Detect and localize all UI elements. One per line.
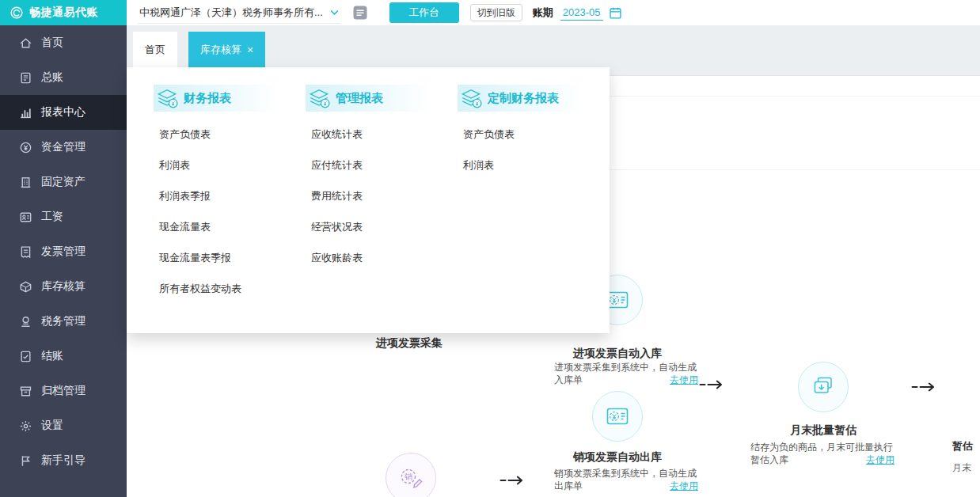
sidebar-item-label: 新手引导 [41, 453, 85, 468]
sales-edit-icon: 销 [397, 465, 424, 491]
menu-section-title: 定制财务报表 [488, 91, 559, 106]
menu-column: 财务报表资产负债表利润表利润表季报现金流量表现金流量表季报所有者权益变动表 [154, 85, 287, 333]
workflow-step-clipped: 暂估 月末 [952, 439, 973, 475]
use-link[interactable]: 去使用 [670, 480, 698, 492]
company-selector[interactable]: 中税网通广泽（天津）税务师事务所有... [138, 2, 340, 24]
tab-label: 首页 [145, 43, 165, 57]
menu-section-header: 定制财务报表 [458, 85, 591, 112]
ledger-icon [19, 71, 32, 85]
guide-icon [19, 454, 32, 468]
sidebar-item-payroll[interactable]: 工资 [0, 199, 127, 234]
menu-section-header: 管理报表 [306, 85, 439, 112]
report-icon [19, 106, 32, 120]
period-label: 账期 [533, 6, 553, 20]
menu-column: 定制财务报表资产负债表利润表 [458, 85, 591, 333]
calendar-icon[interactable] [609, 6, 622, 20]
workflow-step-title: 销项发票自动出库 [530, 450, 705, 465]
sidebar-item-label: 设置 [41, 419, 63, 433]
sidebar-item-label: 发票管理 [41, 245, 85, 259]
workflow-step-title: 进项发票采集 [336, 336, 482, 351]
menu-item[interactable]: 利润表季报 [154, 180, 287, 211]
svg-text:销: 销 [404, 472, 412, 481]
archive-icon [19, 385, 32, 398]
settings-icon [19, 419, 32, 433]
menu-item[interactable]: 现金流量表季报 [154, 242, 287, 273]
menu-item[interactable]: 应付统计表 [306, 150, 439, 180]
app-root: { "accent": "#1ec0d5", "brand": { "logo_… [0, 0, 980, 497]
menu-item[interactable]: 经营状况表 [306, 211, 439, 242]
company-name: 中税网通广泽（天津）税务师事务所有... [139, 6, 323, 20]
sidebar-item-label: 归档管理 [41, 384, 85, 398]
tab-inventory[interactable]: 库存核算× [188, 32, 265, 67]
menu-section-title: 管理报表 [336, 91, 383, 106]
menu-item[interactable]: 利润表 [458, 150, 591, 180]
workflow-step-desc: 销项发票采集到系统中，自动生成出库单去使用 [554, 467, 700, 492]
report-stack-icon [460, 87, 482, 109]
workflow-step-desc: 结存为负的商品，月末可批量执行暂估入库去使用 [750, 441, 896, 466]
sidebar-item-label: 资金管理 [41, 140, 85, 154]
tab-bar: 首页库存核算× [127, 25, 980, 67]
batch-circle [798, 362, 849, 412]
report-stack-icon [156, 87, 178, 109]
workflow-step-title: 月末批量暂估 [736, 423, 910, 438]
menu-item[interactable]: 所有者权益变动表 [154, 273, 287, 304]
workbench-button[interactable]: 工作台 [389, 2, 459, 23]
sidebar-item-tax[interactable]: 税务管理 [0, 304, 127, 339]
batch-estimate-icon [810, 374, 837, 400]
auto-out-circle [592, 391, 643, 442]
sidebar-item-closing[interactable]: 结账 [0, 339, 127, 374]
sidebar-item-report-center[interactable]: 报表中心 [0, 95, 127, 130]
workflow-step-desc: 月末 [952, 461, 973, 475]
brand-logo: 畅捷通易代账 [0, 0, 127, 25]
clipboard-icon[interactable] [351, 4, 369, 21]
sidebar-item-label: 结账 [41, 349, 63, 363]
sidebar-item-label: 报表中心 [41, 105, 85, 120]
sidebar-item-funds[interactable]: 资金管理 [0, 130, 127, 165]
use-link[interactable]: 去使用 [670, 374, 698, 386]
period-value[interactable]: 2023-05 [560, 5, 603, 21]
arrow-right-icon [499, 473, 526, 488]
menu-item[interactable]: 资产负债表 [458, 119, 591, 150]
menu-section-header: 财务报表 [154, 85, 287, 112]
brand-logo-icon [9, 6, 24, 20]
sidebar-item-fixed-assets[interactable]: 固定资产 [0, 165, 127, 199]
use-link[interactable]: 去使用 [866, 453, 895, 466]
sidebar-item-invoice[interactable]: 发票管理 [0, 234, 127, 269]
menu-item[interactable]: 资产负债表 [154, 119, 287, 150]
mega-menu: 财务报表资产负债表利润表利润表季报现金流量表现金流量表季报所有者权益变动表管理报… [127, 67, 610, 333]
workflow-step-title: 暂估 [952, 439, 973, 453]
sidebar-item-inventory[interactable]: 库存核算 [0, 269, 127, 304]
sidebar-item-home[interactable]: 首页 [0, 25, 127, 60]
closing-icon [19, 350, 32, 363]
sidebar-item-label: 工资 [41, 210, 63, 224]
menu-item[interactable]: 费用统计表 [306, 180, 439, 211]
sidebar-item-archive[interactable]: 归档管理 [0, 374, 127, 408]
close-icon[interactable]: × [247, 44, 253, 55]
inventory-icon [19, 280, 32, 294]
switch-version-button[interactable]: 切到旧版 [470, 4, 522, 21]
menu-item[interactable]: 现金流量表 [154, 211, 287, 242]
chevron-down-icon [330, 9, 339, 16]
invoice-icon [19, 245, 32, 259]
topbar: 中税网通广泽（天津）税务师事务所有... 工作台 切到旧版 账期 2023-05 [127, 0, 980, 25]
sidebar-item-label: 税务管理 [41, 314, 85, 328]
tab-label: 库存核算 [200, 43, 241, 57]
menu-column: 管理报表应收统计表应付统计表费用统计表经营状况表应收账龄表 [306, 85, 439, 333]
tab-home[interactable]: 首页 [133, 32, 177, 67]
workflow-step-title: 进项发票自动入库 [530, 347, 705, 361]
menu-item[interactable]: 利润表 [154, 150, 287, 180]
brand-name: 畅捷通易代账 [29, 6, 98, 20]
menu-item[interactable]: 应收统计表 [306, 119, 439, 150]
tax-icon [19, 315, 32, 328]
sidebar-item-label: 总账 [41, 70, 63, 85]
menu-section-title: 财务报表 [184, 91, 231, 106]
sidebar-item-general-ledger[interactable]: 总账 [0, 60, 127, 95]
asset-icon [19, 176, 32, 189]
arrow-right-icon [910, 380, 937, 394]
sidebar-item-settings[interactable]: 设置 [0, 408, 127, 443]
payroll-icon [19, 211, 32, 224]
sidebar-item-guide[interactable]: 新手引导 [0, 443, 127, 478]
menu-item[interactable]: 应收账龄表 [306, 242, 439, 273]
menu-item-list: 资产负债表利润表利润表季报现金流量表现金流量表季报所有者权益变动表 [154, 119, 287, 304]
sidebar-nav: 首页总账报表中心资金管理固定资产工资发票管理库存核算税务管理结账归档管理设置新手… [0, 25, 127, 478]
